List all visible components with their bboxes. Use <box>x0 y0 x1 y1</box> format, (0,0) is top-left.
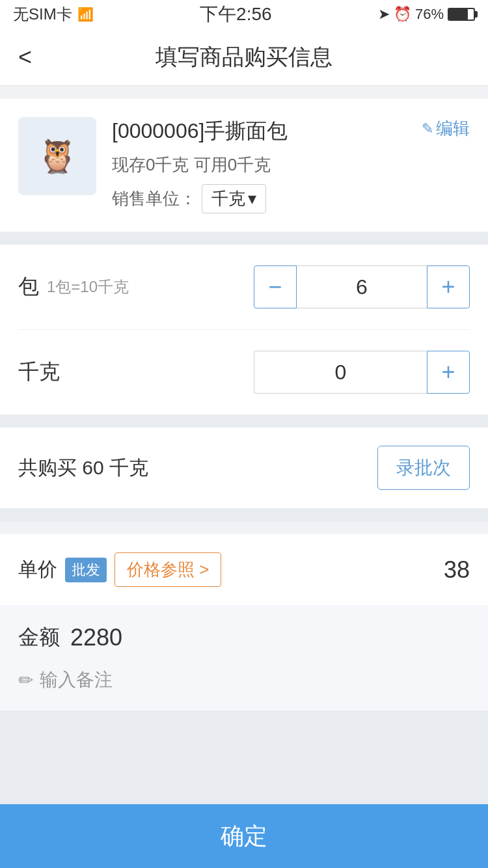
price-value: 38 <box>444 556 470 584</box>
time-label: 下午2:56 <box>200 2 272 27</box>
status-bar: 无SIM卡 📶 下午2:56 ➤ ⏰ 76% <box>0 0 488 29</box>
product-stock: 现存0千克 可用0千克 <box>112 154 470 176</box>
battery-icon <box>448 8 475 21</box>
amount-value: 2280 <box>70 624 122 651</box>
quantity-row-kg: 千克 + <box>18 330 470 414</box>
chevron-down-icon: ▾ <box>248 189 256 209</box>
price-label: 单价 <box>18 556 57 583</box>
quantity-plus-bao[interactable]: + <box>427 265 470 308</box>
edit-button[interactable]: ✎ 编辑 <box>422 117 470 140</box>
remark-row[interactable]: ✏ 输入备注 <box>18 668 470 692</box>
amount-label: 金额 <box>18 623 60 652</box>
quantity-input-kg[interactable] <box>254 351 427 394</box>
alarm-icon: ⏰ <box>394 6 411 23</box>
nav-bar: < 填写商品购买信息 <box>0 29 488 86</box>
quantity-minus-bao[interactable]: − <box>254 265 297 308</box>
quantity-label-kg: 千克 <box>18 358 60 387</box>
carrier-label: 无SIM卡 <box>13 4 72 25</box>
section-divider-3 <box>0 508 488 521</box>
wifi-icon: 📶 <box>77 7 94 22</box>
remark-placeholder: 输入备注 <box>40 668 113 692</box>
confirm-bar: 确定 <box>0 804 488 868</box>
quantity-controls-kg: + <box>254 351 470 394</box>
page-title: 填写商品购买信息 <box>156 42 332 72</box>
unit-select[interactable]: 千克 ▾ <box>202 184 266 213</box>
batch-tag: 批发 <box>65 558 107 582</box>
section-divider-2 <box>0 414 488 427</box>
status-right: ➤ ⏰ 76% <box>378 6 475 23</box>
price-left: 单价 批发 价格参照 > <box>18 552 221 587</box>
quantity-row-bao: 包 1包=10千克 − + <box>18 245 470 330</box>
quantity-label-bao: 包 1包=10千克 <box>18 273 129 301</box>
amount-section: 金额 2280 ✏ 输入备注 <box>0 605 488 711</box>
quantity-plus-kg[interactable]: + <box>427 351 470 394</box>
product-name: [0000006]手撕面包 <box>112 117 288 146</box>
record-batch-button[interactable]: 录批次 <box>377 446 470 490</box>
quantity-input-bao[interactable] <box>297 265 427 308</box>
product-image: 🦉 <box>18 117 96 195</box>
price-ref-button[interactable]: 价格参照 > <box>115 552 221 587</box>
product-card: 🦉 [0000006]手撕面包 ✎ 编辑 现存0千克 可用0千克 销售单位： 千… <box>0 99 488 232</box>
confirm-button[interactable]: 确定 <box>221 821 267 852</box>
total-section: 共购买 60 千克 录批次 <box>0 427 488 508</box>
quantity-controls-bao: − + <box>254 265 470 308</box>
pencil-icon: ✏ <box>18 670 33 691</box>
back-button[interactable]: < <box>18 44 32 71</box>
section-divider-1 <box>0 232 488 245</box>
price-section: 单价 批发 价格参照 > 38 <box>0 534 488 605</box>
battery-percent: 76% <box>415 6 444 23</box>
location-icon: ➤ <box>378 6 390 23</box>
product-info: [0000006]手撕面包 ✎ 编辑 现存0千克 可用0千克 销售单位： 千克 … <box>112 117 470 213</box>
product-unit-row: 销售单位： 千克 ▾ <box>112 184 470 213</box>
edit-icon: ✎ <box>422 120 433 137</box>
product-logo-icon: 🦉 <box>37 137 77 175</box>
status-left: 无SIM卡 📶 <box>13 4 94 25</box>
total-text: 共购买 60 千克 <box>18 455 148 481</box>
amount-row: 金额 2280 <box>18 623 470 652</box>
quantity-section: 包 1包=10千克 − + 千克 + <box>0 245 488 414</box>
